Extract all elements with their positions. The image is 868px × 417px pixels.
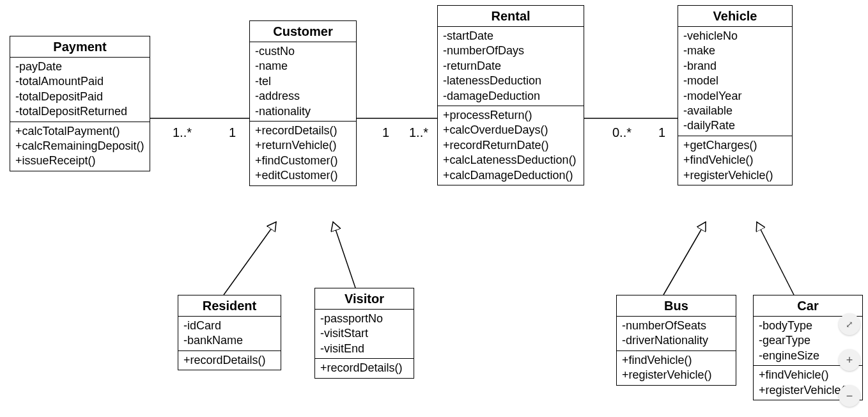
- class-vehicle[interactable]: Vehicle -vehicleNo -make -brand -model -…: [678, 5, 793, 185]
- class-operations: +getCharges() +findVehicle() +registerVe…: [678, 136, 792, 185]
- class-car[interactable]: Car -bodyType -gearType -engineSize +fin…: [753, 295, 863, 400]
- mult-label: 1: [382, 125, 389, 140]
- class-visitor[interactable]: Visitor -passportNo -visitStart -visitEn…: [314, 288, 414, 379]
- class-title: Rental: [438, 6, 584, 27]
- class-title: Customer: [250, 21, 356, 42]
- class-payment[interactable]: Payment -payDate -totalAmountPaid -total…: [10, 36, 150, 171]
- class-title: Bus: [617, 295, 736, 317]
- mult-label: 1: [229, 125, 236, 140]
- class-operations: +findVehicle() +registerVehicle(): [617, 351, 736, 385]
- svg-line-6: [757, 222, 794, 295]
- mult-label: 0..*: [612, 125, 632, 140]
- zoom-in-icon[interactable]: +: [839, 349, 860, 371]
- class-attributes: -custNo -name -tel -address -nationality: [250, 42, 356, 122]
- class-title: Payment: [10, 36, 150, 58]
- class-attributes: -payDate -totalAmountPaid -totalDepositP…: [10, 58, 150, 122]
- class-bus[interactable]: Bus -numberOfSeats -driverNationality +f…: [616, 295, 736, 386]
- class-operations: +recordDetails(): [178, 351, 281, 370]
- zoom-out-icon[interactable]: −: [839, 385, 860, 407]
- mult-label: 1..*: [409, 125, 428, 140]
- class-operations: +calcTotalPayment() +calcRemainingDeposi…: [10, 122, 150, 171]
- class-attributes: -passportNo -visitStart -visitEnd: [315, 310, 414, 359]
- expand-icon[interactable]: ⤢: [839, 313, 860, 335]
- class-attributes: -vehicleNo -make -brand -model -modelYea…: [678, 27, 792, 136]
- class-title: Visitor: [315, 288, 414, 310]
- class-customer[interactable]: Customer -custNo -name -tel -address -na…: [249, 20, 357, 186]
- class-attributes: -numberOfSeats -driverNationality: [617, 317, 736, 351]
- class-operations: +recordDetails() +returnVehicle() +findC…: [250, 122, 356, 185]
- class-operations: +recordDetails(): [315, 359, 414, 377]
- svg-line-3: [224, 222, 276, 295]
- class-rental[interactable]: Rental -startDate -numberOfDays -returnD…: [437, 5, 584, 185]
- class-attributes: -startDate -numberOfDays -returnDate -la…: [438, 27, 584, 106]
- class-resident[interactable]: Resident -idCard -bankName +recordDetail…: [178, 295, 281, 370]
- svg-line-4: [333, 222, 355, 288]
- class-operations: +processReturn() +calcOverdueDays() +rec…: [438, 106, 584, 185]
- class-attributes: -idCard -bankName: [178, 317, 281, 351]
- svg-line-5: [663, 222, 706, 295]
- class-title: Vehicle: [678, 6, 792, 27]
- mult-label: 1: [658, 125, 665, 140]
- mult-label: 1..*: [173, 125, 192, 140]
- class-title: Resident: [178, 295, 281, 317]
